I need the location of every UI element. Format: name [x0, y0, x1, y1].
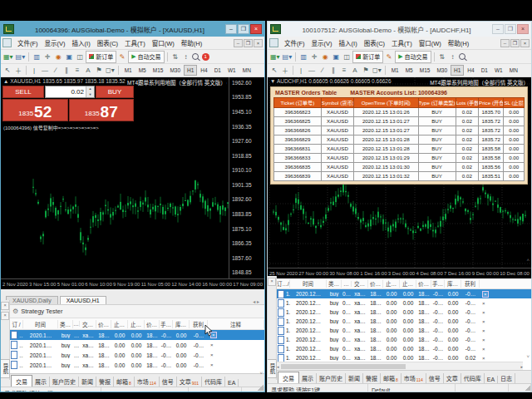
timeframe-mn[interactable]: MN [239, 65, 254, 76]
navigator-side-tab[interactable]: 导航 [267, 359, 277, 378]
menu-item-0[interactable]: 文件(F) [14, 37, 42, 48]
master-row[interactable]: 396366831XAUUSD2020.12.15 13:01:28BUY0.0… [274, 145, 525, 154]
terminal-col-9[interactable]: 手… [160, 320, 173, 328]
terminal-col-0[interactable]: 订 / [10, 320, 23, 328]
zoom-in-icon[interactable]: ⇅ [170, 52, 180, 62]
vline-icon[interactable]: | [29, 66, 39, 76]
master-row[interactable]: 396366839XAUUSD2020.12.15 13:01:32BUY0.0… [274, 172, 525, 181]
mdi-close-button[interactable]: × [254, 39, 263, 47]
order-row[interactable]: …2020.1…buy…xa…18…0.000.0018…-0…0.00-0…× [10, 350, 264, 360]
cursor-icon[interactable]: ↖ [269, 66, 279, 76]
master-row[interactable]: 396366829XAUUSD2020.12.15 13:01:28BUY0.0… [274, 135, 525, 145]
hline-icon[interactable]: — [40, 66, 50, 76]
terminal-col-1[interactable]: 时间 [290, 279, 327, 288]
terminal-col-8[interactable]: 价… [145, 320, 160, 328]
status-profile[interactable]: Default [101, 387, 189, 392]
terminal-tab-11[interactable]: 日志 [498, 373, 515, 383]
menu-item-6[interactable]: 帮助(H) [178, 37, 205, 48]
timeframe-m1[interactable]: M1 [388, 65, 402, 76]
sell-button[interactable]: SELL [2, 86, 44, 98]
scroll-down-icon[interactable]: ˅ [526, 354, 530, 391]
menu-item-5[interactable]: 窗口(W) [416, 37, 445, 48]
close-tester-icon[interactable]: × [1, 302, 9, 310]
close-button[interactable]: × [517, 24, 529, 34]
fibonacci-icon[interactable]: ≡ [72, 66, 82, 76]
terminal-tab-0[interactable]: 交易 [11, 375, 32, 387]
menu-item-0[interactable]: 文件(F) [281, 37, 308, 48]
terminal-tab-2[interactable]: 账户历史 [50, 377, 79, 387]
menu-item-4[interactable]: 工具(T) [121, 37, 149, 48]
new-order-button[interactable]: 新订单 [352, 51, 383, 63]
close-terminal-icon[interactable]: × [1, 312, 9, 320]
status-profile[interactable]: Default [368, 384, 456, 392]
master-row[interactable]: 396366826XAUUSD2020.12.15 13:01:27BUY0.0… [274, 126, 525, 135]
text-icon[interactable]: A [83, 66, 93, 76]
timeframe-h1[interactable]: H1 [184, 65, 197, 76]
crosshair-icon[interactable]: ＋ [280, 66, 290, 76]
timeframe-h1[interactable]: H1 [451, 65, 464, 76]
terminal-tab-7[interactable]: 信号 [160, 377, 177, 387]
mdi-close-button[interactable]: × [520, 39, 530, 47]
tab-scroll-arrows[interactable]: ◂ ▸ [253, 298, 261, 304]
market-watch-icon[interactable]: ▥ [298, 52, 308, 62]
metaeditor-icon[interactable]: ✎ [384, 52, 394, 62]
buy-button[interactable]: BUY [96, 86, 134, 98]
close-order-icon[interactable]: × [482, 291, 489, 298]
close-order-icon[interactable]: × [482, 319, 485, 324]
order-row[interactable]: 1…2020.12…buy0…xa…18…0.000.0018…-0…0.00-… [277, 335, 531, 344]
terminal-tab-6[interactable]: 市场114 [135, 377, 160, 387]
close-order-icon[interactable]: × [482, 310, 485, 315]
search-icon[interactable] [192, 53, 199, 60]
autotrade-button[interactable]: ▶ 自动交易 [395, 51, 431, 63]
terminal-col-2[interactable]: 类… [58, 320, 73, 328]
close-order-icon[interactable]: × [482, 337, 485, 342]
order-row[interactable]: 1…2020.12…buy0…xa…18…0.000.0018…-0…0.00-… [277, 308, 531, 317]
close-button[interactable]: × [250, 24, 262, 34]
autotrade-button[interactable]: ▶ 自动交易 [128, 51, 164, 63]
tester-icon[interactable]: ◫ [342, 52, 352, 62]
navigator-icon[interactable]: ◉ [320, 52, 330, 62]
zoom-in-icon[interactable]: ⇅ [437, 52, 447, 62]
master-row[interactable]: 396366823XAUUSD2020.12.15 13:01:26BUY0.0… [274, 108, 525, 117]
shapes-icon[interactable]: ◻▾ [105, 66, 116, 76]
close-order-icon[interactable]: × [210, 342, 214, 347]
timeframe-m15[interactable]: M15 [416, 65, 434, 76]
order-row[interactable]: 1…2020.12…buy0…xa…18…0.000.0018…-0…0.00-… [277, 344, 531, 353]
new-chart-icon[interactable]: ▦▾ [269, 52, 281, 62]
notification-badge[interactable]: 1 [202, 53, 209, 61]
zoom-out-icon[interactable]: ↕ [448, 52, 458, 62]
terminal-col-1[interactable]: 时间 [23, 320, 58, 328]
buy-price[interactable]: 1835 87 [69, 99, 135, 121]
menu-item-5[interactable]: 窗口(W) [149, 37, 178, 48]
terminal-col-8[interactable]: 价… [416, 279, 431, 288]
data-window-icon[interactable]: ✛ [309, 52, 319, 62]
arrows-icon[interactable]: ⚑ [94, 66, 104, 76]
channel-icon[interactable]: ∥ [62, 66, 71, 76]
timeframe-m15[interactable]: M15 [150, 65, 167, 76]
minimize-button[interactable]: – [225, 24, 237, 34]
terminal-tab-8[interactable]: 文章 [444, 373, 461, 383]
timeframe-m30[interactable]: M30 [433, 65, 451, 76]
hline-icon[interactable]: — [307, 66, 317, 76]
terminal-tab-5[interactable]: 邮箱8 [114, 377, 135, 387]
timeframe-m1[interactable]: M1 [121, 65, 135, 76]
terminal-tab-10[interactable]: EA [485, 376, 498, 383]
terminal-col-4[interactable]: 交… [352, 279, 368, 288]
arrows-icon[interactable]: ⚑ [361, 66, 371, 76]
terminal-col-7[interactable]: 止… [128, 320, 145, 328]
terminal-col-6[interactable]: 止… [383, 279, 400, 288]
volume-value[interactable]: 0.02 [46, 88, 86, 96]
mdi-minimize-button[interactable]: – [500, 39, 510, 47]
chart-doc-icon[interactable] [2, 38, 12, 47]
mdi-restore-button[interactable]: ❐ [244, 39, 253, 47]
shapes-icon[interactable]: ◻▾ [372, 66, 382, 76]
order-row[interactable]: 1…2020.12…buy0…xa…18…0.000.0018…-0…0.00-… [277, 317, 531, 326]
chart-tab-1[interactable]: XAUUSD,H1 [60, 296, 106, 304]
master-row[interactable]: 396366835XAUUSD2020.12.15 13:01:30BUY0.0… [274, 163, 525, 172]
terminal-col-11[interactable]: 获利 [461, 279, 480, 288]
search-icon[interactable] [459, 53, 466, 60]
cursor-icon[interactable]: ↖ [2, 66, 12, 76]
minimize-button[interactable]: – [492, 24, 504, 34]
timeframe-w1[interactable]: W1 [491, 65, 506, 76]
chart-doc-icon[interactable] [269, 38, 278, 47]
